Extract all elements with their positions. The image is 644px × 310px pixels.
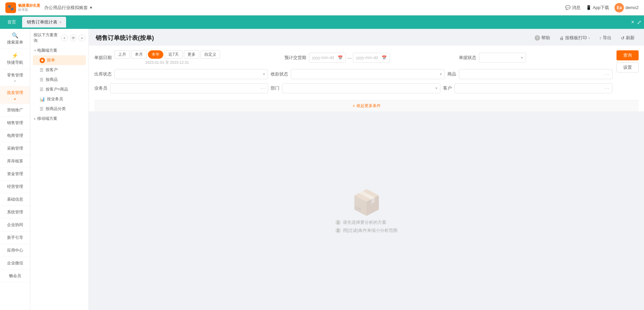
- goods-dots-icon: ···: [604, 71, 609, 77]
- retail-label: 零售管理: [7, 72, 23, 78]
- sidebar-item-system[interactable]: 系统管理: [0, 206, 30, 219]
- delivery-start-placeholder: yyyy-mm-dd: [312, 55, 334, 60]
- date-btn-last-month[interactable]: 上月: [114, 50, 130, 59]
- customer-select[interactable]: ···: [454, 83, 612, 93]
- marketing-label: 营销推广: [7, 107, 23, 113]
- sidebar-item-basic[interactable]: 基础信息: [0, 193, 30, 206]
- wholesale-label: 批发管理: [7, 90, 23, 96]
- sidebar-item-purchase[interactable]: 采购管理: [0, 142, 30, 155]
- empty-hint-1: 1 请先选择要分析的方案: [335, 219, 397, 225]
- print-chevron: ▾: [588, 36, 590, 40]
- sidebar-item-marketing[interactable]: 营销推广: [0, 104, 30, 117]
- calendar-end-icon: 📅: [382, 55, 387, 60]
- window-close-icon[interactable]: ×: [631, 19, 634, 25]
- user-profile[interactable]: Ea demo2: [614, 3, 639, 12]
- sidebar-item-finance[interactable]: 资金管理: [0, 168, 30, 180]
- sales-label: 销售管理: [7, 120, 23, 126]
- tab-close-icon[interactable]: ×: [59, 20, 61, 24]
- date-btns-row: 上月 本月 本年 近7天 更多 自定义: [114, 50, 220, 59]
- scheme-refresh-button[interactable]: ⟳: [70, 35, 76, 41]
- logo-main-text: 畅捷通好生意: [18, 3, 40, 8]
- salesperson-dots-icon: ···: [260, 86, 265, 91]
- tab-home[interactable]: 首页: [3, 17, 21, 28]
- sidebar-item-wholesale[interactable]: 批发管理 ▴: [0, 87, 30, 104]
- sidebar-item-members[interactable]: 畅会员: [0, 270, 30, 282]
- scheme-item-label-1: 按客户: [46, 67, 58, 73]
- delivery-date-start-input[interactable]: yyyy-mm-dd 📅: [309, 53, 346, 63]
- help-icon: ?: [535, 35, 540, 41]
- print-icon: 🖨: [559, 36, 564, 41]
- apps-label: 应用中心: [7, 248, 23, 253]
- sidebar-item-enterprise[interactable]: 企业协同: [0, 219, 30, 231]
- page-actions: ? 帮助 🖨 按模板打印 ▾ ↑ 导出 ↺ 刷新: [532, 34, 638, 42]
- scheme-mobile-group-header[interactable]: ▸ 移动端方案: [33, 114, 86, 123]
- collapse-bar[interactable]: ∧ 收起更多条件: [94, 100, 639, 111]
- breadcrumb-area[interactable]: 办公用品行业模拟账套 ▾: [44, 5, 92, 11]
- delivery-end-placeholder: yyyy-mm-dd: [356, 55, 378, 60]
- scheme-mobile-group: ▸ 移动端方案: [30, 114, 89, 123]
- date-btn-this-year[interactable]: 本年: [148, 50, 163, 59]
- scheme-panel-header: 按以下方案查询 + ⟳ «: [30, 29, 89, 46]
- department-chevron: ▾: [435, 86, 437, 91]
- help-button[interactable]: ? 帮助: [532, 34, 553, 42]
- salesperson-select[interactable]: ···: [110, 83, 268, 93]
- sidebar-item-quicknav[interactable]: ⚡ 快捷导航: [0, 49, 30, 69]
- sidebar-item-sales[interactable]: 销售管理: [0, 117, 30, 130]
- app-download-icon: 📱: [586, 5, 591, 10]
- refresh-button[interactable]: ↺ 刷新: [618, 34, 637, 42]
- date-btn-last-7[interactable]: 近7天: [165, 50, 182, 59]
- customer-icon: ☰: [40, 67, 44, 72]
- query-button[interactable]: 查询: [616, 50, 639, 60]
- scheme-item-by-goods[interactable]: ☰ 按商品: [33, 75, 86, 85]
- single-status-select[interactable]: ▾: [479, 53, 526, 63]
- content-area: 按以下方案查询 + ⟳ « ▾ 电脑端方案: [30, 29, 644, 310]
- date-btn-more[interactable]: 更多: [184, 50, 199, 59]
- message-button[interactable]: 💬 消息: [565, 5, 581, 11]
- sidebar-item-operations[interactable]: 经营管理: [0, 180, 30, 193]
- filter-row-1: 单据日期 上月 本月 本年 近7天 更多 自定义 20: [94, 50, 639, 96]
- department-select[interactable]: ▾: [282, 83, 440, 93]
- mobile-group-arrow: ▸: [34, 117, 36, 120]
- delivery-status-select[interactable]: ▾: [114, 69, 268, 79]
- sidebar-item-wechat[interactable]: 企业微信: [0, 257, 30, 270]
- wechat-label: 企业微信: [7, 260, 23, 266]
- logo-sub-text: 标准版: [18, 8, 40, 12]
- enterprise-label: 企业协同: [7, 222, 23, 228]
- scheme-collapse-button[interactable]: «: [78, 35, 85, 41]
- goods-select[interactable]: ···: [459, 69, 612, 79]
- avatar: Ea: [614, 3, 624, 12]
- scheme-item-by-salesperson[interactable]: 📊 按业务员: [33, 94, 86, 104]
- payment-status-chevron: ▾: [440, 72, 442, 76]
- sidebar-item-ecommerce[interactable]: 电商管理: [0, 130, 30, 142]
- breadcrumb-chevron: ▾: [90, 5, 92, 10]
- scheme-item-by-order[interactable]: 按单: [33, 55, 86, 65]
- payment-status-select[interactable]: ▾: [291, 69, 444, 79]
- members-label: 畅会员: [9, 273, 21, 279]
- window-maximize-icon[interactable]: ⤢: [637, 19, 641, 25]
- delivery-date-label: 预计交货期: [284, 55, 306, 61]
- sidebar-item-inventory[interactable]: 库存核算: [0, 155, 30, 168]
- sidebar-item-newbie[interactable]: 新手引导: [0, 231, 30, 244]
- export-button[interactable]: ↑ 导出: [597, 34, 614, 42]
- set-button[interactable]: 设置: [616, 62, 639, 72]
- sidebar-item-apps[interactable]: 应用中心: [0, 244, 30, 257]
- scheme-add-button[interactable]: +: [61, 35, 68, 41]
- quicknav-label: 快捷导航: [7, 60, 23, 65]
- app-download-button[interactable]: 📱 App下载: [586, 5, 609, 11]
- scheme-pc-group-header[interactable]: ▾ 电脑端方案: [33, 46, 86, 55]
- tab-sales-order-stats[interactable]: 销售订单统计表 ×: [22, 17, 66, 28]
- template-print-button[interactable]: 🖨 按模板打印 ▾: [557, 34, 593, 42]
- date-btn-custom[interactable]: 自定义: [201, 50, 220, 59]
- scheme-item-by-customer[interactable]: ☰ 按客户: [33, 65, 86, 75]
- pc-group-label: 电脑端方案: [37, 48, 57, 53]
- sidebar-item-search[interactable]: 🔍 搜索菜单: [0, 29, 30, 49]
- delivery-date-end-input[interactable]: yyyy-mm-dd 📅: [353, 53, 390, 63]
- sidebar-item-retail[interactable]: 零售管理 ▾: [0, 69, 30, 87]
- scheme-item-by-customer-goods[interactable]: ☰ 按客户+商品: [33, 85, 86, 94]
- query-buttons: 查询 设置: [612, 50, 639, 72]
- date-btn-this-month[interactable]: 本月: [131, 50, 147, 59]
- collapse-label: ∧ 收起更多条件: [352, 103, 381, 108]
- single-date-label: 单据日期: [94, 55, 112, 61]
- logo-area: 🐾 畅捷通好生意 标准版: [5, 2, 40, 13]
- scheme-item-by-category[interactable]: ☰ 按商品分类: [33, 104, 86, 114]
